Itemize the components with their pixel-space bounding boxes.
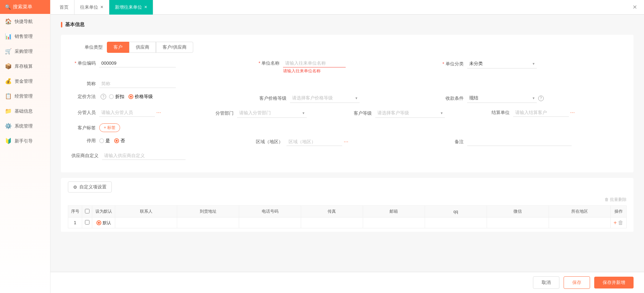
sidebar-item-operations[interactable]: 📋 经营管理: [0, 89, 50, 104]
tab-contacts[interactable]: 往来单位 ✕: [74, 0, 109, 15]
settlement-unit-label: 结算单位: [485, 109, 513, 116]
row-checkbox[interactable]: [82, 218, 92, 228]
tab-bar-close[interactable]: ✕: [629, 4, 641, 10]
region-label: 区域（地区）: [255, 139, 286, 145]
add-row-btn[interactable]: +: [613, 220, 616, 226]
row-fax-input[interactable]: [303, 220, 361, 225]
manager-input[interactable]: [99, 108, 155, 117]
row-region-input[interactable]: [551, 220, 608, 225]
remarks-label: 备注: [439, 139, 467, 145]
sidebar-item-label: 系统管理: [15, 123, 33, 129]
row-email-input[interactable]: [365, 220, 423, 225]
pricing-method-label: 定价方法: [71, 93, 99, 100]
row-region[interactable]: [549, 218, 611, 228]
col-contact: 联系人: [115, 206, 177, 218]
row-select-checkbox[interactable]: [85, 220, 89, 225]
save-new-button[interactable]: 保存并新增: [594, 277, 634, 288]
sidebar-item-purchase[interactable]: 🛒 采购管理: [0, 44, 50, 59]
radio-disable-yes[interactable]: 是: [99, 138, 110, 144]
customer-level-select[interactable]: 请选择客户等级 ▾: [375, 108, 445, 118]
field-group-payment-terms: 收款条件 现结 ▾ ?: [439, 93, 623, 103]
row-email[interactable]: [363, 218, 425, 228]
table-section: ⚙ 自定义项设置 🗑 批量删除 序号 设为默认 联系人 到货地址 电话号码 传真: [61, 178, 634, 232]
remarks-input[interactable]: [467, 138, 572, 146]
customer-price-level-arrow: ▾: [355, 96, 358, 100]
radio-discount-circle: [109, 94, 114, 99]
unit-code-input[interactable]: [99, 59, 176, 67]
row-contact-input[interactable]: [117, 220, 175, 225]
sidebar-item-sales[interactable]: 📊 销售管理: [0, 29, 50, 44]
tab-new-contact-close[interactable]: ✕: [144, 5, 147, 9]
row-qq-input[interactable]: [427, 220, 485, 225]
del-row-btn[interactable]: 🗑: [618, 220, 623, 226]
customer-price-level-select[interactable]: 请选择客户价格等级 ▾: [290, 93, 360, 103]
sales-icon: 📊: [5, 33, 12, 40]
supplier-custom-input[interactable]: [102, 152, 186, 160]
cancel-button[interactable]: 取消: [533, 276, 559, 289]
row-default[interactable]: 默认: [92, 218, 115, 228]
settlement-unit-input[interactable]: [513, 108, 569, 117]
type-btn-supplier[interactable]: 供应商: [129, 42, 156, 53]
radio-price-level-label: 价格等级: [135, 93, 153, 100]
field-group-pricing: 定价方法 ? 折扣 价格等级: [71, 93, 255, 100]
table-row: 1 默认: [68, 218, 627, 228]
payment-help-icon[interactable]: ?: [538, 96, 544, 101]
unit-name-input[interactable]: [283, 59, 346, 67]
row-action: + 🗑: [611, 218, 627, 228]
row-phone[interactable]: [239, 218, 301, 228]
col-checkbox[interactable]: [82, 206, 92, 218]
row-fax[interactable]: [301, 218, 363, 228]
customer-level-arrow: ▾: [441, 111, 443, 115]
section-title: 基本信息: [61, 22, 634, 28]
radio-disable-no[interactable]: 否: [114, 138, 125, 144]
field-group-customer-price-level: 客户价格等级 请选择客户价格等级 ▾: [255, 93, 439, 103]
select-all-checkbox[interactable]: [85, 209, 89, 213]
tab-home[interactable]: 首页: [54, 0, 74, 15]
unit-category-value: 未分类: [469, 60, 533, 67]
sidebar-item-beginner[interactable]: 🔰 新手引导: [0, 133, 50, 148]
row-delivery[interactable]: [177, 218, 239, 228]
sidebar-search[interactable]: 🔍 搜索菜单: [0, 0, 50, 14]
radio-price-level[interactable]: 价格等级: [128, 93, 153, 100]
sidebar-item-finance[interactable]: 💰 资金管理: [0, 74, 50, 89]
short-name-input[interactable]: [99, 80, 176, 88]
system-icon: ⚙️: [5, 123, 12, 129]
inventory-icon: 📦: [5, 63, 12, 70]
type-btn-both[interactable]: 客户/供应商: [156, 42, 193, 53]
row-qq[interactable]: [425, 218, 487, 228]
row-phone-input[interactable]: [241, 220, 299, 225]
unit-category-select[interactable]: 未分类 ▾: [467, 59, 537, 68]
region-input[interactable]: [286, 138, 342, 146]
sidebar-item-base-info[interactable]: 📁 基础信息: [0, 104, 50, 119]
tab-contacts-close[interactable]: ✕: [100, 5, 103, 9]
tab-new-contact[interactable]: 新增往来单位 ✕: [109, 0, 153, 15]
sidebar-item-label: 基础信息: [15, 108, 33, 114]
row-default-radio[interactable]: [96, 220, 101, 225]
row-delivery-input[interactable]: [179, 220, 237, 225]
row-wechat[interactable]: [487, 218, 549, 228]
batch-delete-icon: 🗑: [605, 197, 609, 202]
department-select[interactable]: 请输入分管部门 ▾: [237, 108, 307, 118]
pricing-help-icon[interactable]: ?: [101, 94, 106, 99]
settlement-unit-dots-btn[interactable]: ···: [569, 109, 576, 116]
row-contact[interactable]: [115, 218, 177, 228]
payment-terms-select[interactable]: 现结 ▾: [467, 93, 537, 103]
custom-settings-btn[interactable]: ⚙ 自定义项设置: [68, 181, 112, 193]
radio-discount[interactable]: 折扣: [109, 93, 124, 100]
manager-dots-btn[interactable]: ···: [155, 109, 162, 116]
radio-disable-no-circle: [114, 138, 119, 143]
department-label: 分管部门: [209, 110, 237, 116]
tab-new-contact-label: 新增往来单位: [115, 4, 142, 10]
sidebar-item-system[interactable]: ⚙️ 系统管理: [0, 119, 50, 133]
form-row-1: 单位编码 单位名称 请输入往来单位名称 单位分类 未分类 ▾: [71, 59, 623, 74]
col-phone: 电话号码: [239, 206, 301, 218]
region-dots-btn[interactable]: ···: [342, 139, 350, 145]
save-button[interactable]: 保存: [564, 276, 590, 289]
sidebar: 🔍 搜索菜单 🏠 快捷导航 📊 销售管理 🛒 采购管理 📦 库存核算 💰 资金管…: [0, 0, 50, 293]
type-btn-customer[interactable]: 客户: [107, 42, 129, 53]
sidebar-item-inventory[interactable]: 📦 库存核算: [0, 59, 50, 74]
row-wechat-input[interactable]: [489, 220, 547, 225]
sidebar-item-quick-nav[interactable]: 🏠 快捷导航: [0, 14, 50, 29]
add-tag-btn[interactable]: + 标签: [99, 123, 120, 132]
sidebar-search-label: 搜索菜单: [13, 4, 32, 10]
